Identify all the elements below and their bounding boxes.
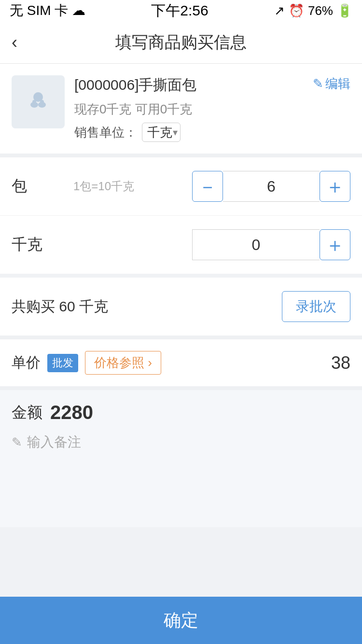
package-sublabel: 1包=10千克 [73,179,192,194]
status-bar: 无 SIM 卡 ☁ 下午2:56 ↗ ⏰ 76% 🔋 [0,0,362,21]
battery-level: 76% [308,3,333,18]
battery-icon: 🔋 [337,3,352,18]
weight-increment-button[interactable]: ＋ [320,229,350,260]
page-title: 填写商品购买信息 [115,31,247,54]
remark-icon: ✎ [12,435,22,450]
summary-text: 共购买 60 千克 [12,297,108,317]
price-section: 单价 批发 价格参照 › 38 [0,339,362,390]
amount-row: 金额 2280 [12,402,350,423]
remark-text[interactable]: 输入备注 [27,433,81,451]
svg-point-4 [40,100,44,104]
product-name: [0000006]手撕面包 [74,75,196,95]
package-qty-control: － ＋ [192,171,350,202]
amount-section: 金额 2280 ✎ 输入备注 [0,390,362,527]
amount-label: 金额 [12,402,42,423]
product-unit-row: 销售单位： 千克 [74,123,350,142]
edit-button[interactable]: ✎ 编辑 [313,75,350,92]
product-image [12,75,65,128]
location-icon: ↗ [274,3,285,18]
price-label: 单价 [12,353,41,373]
package-increment-button[interactable]: ＋ [320,171,350,202]
product-stock: 现存0千克 可用0千克 [74,101,350,118]
remark-row[interactable]: ✎ 输入备注 [12,433,350,451]
spacer [0,527,362,597]
price-left: 单价 批发 价格参照 › [12,351,161,375]
price-value: 38 [331,353,350,373]
sim-status: 无 SIM 卡 ☁ [10,1,85,20]
product-placeholder-icon [24,87,53,116]
price-row: 单价 批发 价格参照 › 38 [12,351,350,375]
unit-select-wrap[interactable]: 千克 [142,123,181,142]
unit-label: 销售单位： [74,124,137,141]
svg-point-3 [32,100,36,104]
nav-bar: ‹ 填写商品购买信息 [0,21,362,64]
package-decrement-button[interactable]: － [192,171,223,202]
weight-qty-control: ＋ [192,229,350,260]
weight-qty-row: 千克 ＋ [0,216,362,274]
status-left: 无 SIM 卡 ☁ [10,1,85,20]
package-qty-row: 包 1包=10千克 － ＋ [0,157,362,216]
package-section: 包 1包=10千克 － ＋ 千克 ＋ [0,157,362,274]
product-card: [0000006]手撕面包 ✎ 编辑 现存0千克 可用0千克 销售单位： 千克 [0,64,362,157]
batch-button[interactable]: 录批次 [282,291,350,322]
unit-select[interactable]: 千克 [142,123,181,142]
confirm-button[interactable]: 确定 [0,597,362,644]
amount-value: 2280 [50,402,93,423]
package-label: 包 [12,176,70,197]
price-tag: 批发 [47,354,78,372]
product-info: [0000006]手撕面包 ✎ 编辑 现存0千克 可用0千克 销售单位： 千克 [74,75,350,142]
weight-label: 千克 [12,234,192,255]
alarm-icon: ⏰ [289,3,304,18]
back-button[interactable]: ‹ [12,32,17,53]
status-right: ↗ ⏰ 76% 🔋 [274,3,352,18]
weight-qty-input[interactable] [192,229,320,260]
status-time: 下午2:56 [151,1,208,21]
summary-row: 共购买 60 千克 录批次 [0,278,362,339]
edit-icon: ✎ [313,76,323,91]
package-qty-input[interactable] [223,171,320,202]
price-ref-button[interactable]: 价格参照 › [85,351,161,375]
